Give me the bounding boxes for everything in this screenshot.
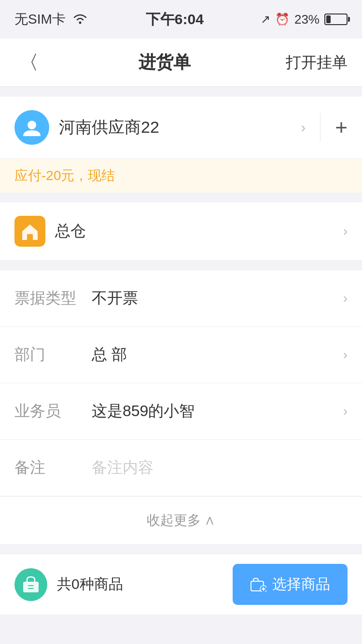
salesperson-row[interactable]: 业务员 这是859的小智 › <box>0 383 362 440</box>
fields-section: 票据类型 不开票 › 部门 总 部 › 业务员 这是859的小智 › 备注 备注… <box>0 270 362 544</box>
invoice-type-row[interactable]: 票据类型 不开票 › <box>0 270 362 327</box>
collapse-button[interactable]: 收起更多 ∧ <box>147 511 216 530</box>
dept-value: 总 部 <box>92 344 343 365</box>
product-icon-bg <box>14 568 47 601</box>
section-gap-2 <box>0 193 362 202</box>
dept-row[interactable]: 部门 总 部 › <box>0 327 362 383</box>
svg-point-0 <box>79 21 81 24</box>
nav-bar: 〈 进货单 打开挂单 <box>0 39 362 87</box>
collapse-section[interactable]: 收起更多 ∧ <box>0 496 362 544</box>
status-time: 下午6:04 <box>146 10 204 29</box>
supplier-chevron-icon: › <box>301 119 306 136</box>
select-btn-label: 选择商品 <box>272 574 330 594</box>
svg-rect-2 <box>27 234 33 240</box>
warehouse-row[interactable]: 总仓 › <box>0 202 362 261</box>
supplier-section: 河南供应商22 › + 应付-20元，现结 <box>0 97 362 193</box>
status-bar: 无SIM卡 下午6:04 ↗ ⏰ 23% <box>0 0 362 39</box>
back-button[interactable]: 〈 <box>14 44 43 81</box>
supplier-avatar <box>14 110 49 145</box>
vertical-divider <box>320 113 320 142</box>
warehouse-icon-bg <box>14 216 45 247</box>
note-row[interactable]: 备注 备注内容 <box>0 440 362 496</box>
notice-text: 应付-20元，现结 <box>14 168 115 183</box>
warehouse-name: 总仓 <box>55 221 343 242</box>
alarm-icon: ⏰ <box>275 13 290 26</box>
select-product-button[interactable]: 选择商品 <box>233 564 348 605</box>
note-label: 备注 <box>14 457 92 478</box>
invoice-chevron-icon: › <box>343 291 348 306</box>
invoice-value: 不开票 <box>92 288 343 309</box>
svg-point-1 <box>28 121 36 129</box>
dept-chevron-icon: › <box>343 347 348 363</box>
section-gap-1 <box>0 87 362 97</box>
carrier-text: 无SIM卡 <box>14 10 66 28</box>
salesperson-value: 这是859的小智 <box>92 401 343 422</box>
status-left: 无SIM卡 <box>14 10 89 28</box>
section-gap-3 <box>0 261 362 270</box>
gps-icon: ↗ <box>261 13 270 26</box>
page-title: 进货单 <box>139 51 191 74</box>
add-supplier-button[interactable]: + <box>335 115 348 140</box>
supplier-row[interactable]: 河南供应商22 › + <box>0 97 362 159</box>
salesperson-label: 业务员 <box>14 401 92 422</box>
supplier-actions: › + <box>301 113 348 142</box>
wifi-icon <box>71 12 89 28</box>
salesperson-chevron-icon: › <box>343 404 348 419</box>
invoice-label: 票据类型 <box>14 288 92 309</box>
supplier-name: 河南供应商22 <box>59 116 301 139</box>
warehouse-chevron-icon: › <box>343 224 348 239</box>
battery-icon <box>324 14 348 25</box>
footer-area <box>0 615 362 644</box>
notice-bar: 应付-20元，现结 <box>0 159 362 193</box>
status-right: ↗ ⏰ 23% <box>261 12 348 27</box>
product-count: 共0种商品 <box>57 574 233 594</box>
open-pending-button[interactable]: 打开挂单 <box>286 52 348 73</box>
battery-percent: 23% <box>294 12 320 27</box>
bottom-bar: 共0种商品 选择商品 <box>0 554 362 615</box>
svg-rect-3 <box>23 582 39 592</box>
dept-label: 部门 <box>14 344 92 365</box>
note-value: 备注内容 <box>92 457 348 478</box>
